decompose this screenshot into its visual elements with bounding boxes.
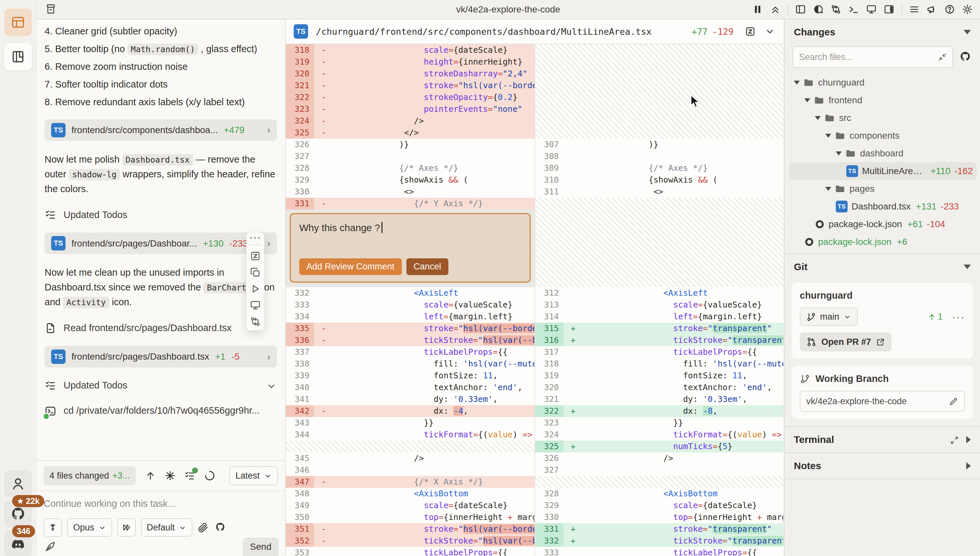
- code-line: top={innerHeight + margi: [335, 511, 534, 523]
- tree-item-pages[interactable]: pages: [789, 180, 977, 198]
- terminal-button[interactable]: [848, 4, 859, 15]
- toolbar-git-compare-button[interactable]: [250, 316, 261, 327]
- code-line: dy: '0.33em',: [584, 393, 783, 405]
- comment-input[interactable]: Why this change ?Add Review CommentCance…: [290, 213, 531, 283]
- diff-sign: [563, 174, 584, 186]
- expand-icon[interactable]: [950, 434, 959, 445]
- comment-text: Why this change ?: [299, 222, 380, 233]
- collapse-tree-icon[interactable]: [937, 52, 947, 62]
- latest-version-button[interactable]: Latest: [229, 466, 278, 485]
- chevrons-up-button[interactable]: [770, 4, 781, 15]
- more-menu[interactable]: ···: [952, 310, 965, 323]
- code-line: textAnchor: 'end',: [335, 381, 534, 393]
- file-change-chip[interactable]: TSfrontend/src/pages/Dashboar...+130-233…: [45, 233, 277, 254]
- status-dot: [192, 467, 198, 474]
- mode-select[interactable]: Default: [141, 518, 193, 537]
- file-change-chip[interactable]: TSfrontend/src/components/dashboa...+479…: [45, 119, 277, 141]
- terminal-section-header[interactable]: Terminal: [785, 427, 980, 453]
- tree-item-Dashboard.tsx[interactable]: TSDashboard.tsx+131-233: [789, 198, 977, 215]
- toolbar-monitor-button[interactable]: [250, 300, 261, 311]
- repo-name: churnguard: [800, 290, 965, 301]
- monitor-icon: [250, 300, 261, 311]
- file-search[interactable]: [793, 46, 953, 68]
- rail-workspace-view-button[interactable]: [4, 8, 32, 36]
- scroll-up-button[interactable]: [145, 470, 156, 481]
- diff-gap: [535, 68, 783, 80]
- toolbar-play-button[interactable]: [250, 283, 261, 294]
- diff-sign: [314, 358, 335, 370]
- tree-item-components[interactable]: components: [789, 127, 977, 145]
- line-number: 328: [286, 162, 314, 174]
- code-line: stroke="hsl(var(--border: [335, 523, 534, 535]
- tree-item-frontend[interactable]: frontend: [789, 92, 977, 109]
- cancel-comment-button[interactable]: Cancel: [407, 258, 448, 275]
- git-compare-button[interactable]: [831, 4, 841, 15]
- tree-item-src[interactable]: src: [789, 109, 977, 127]
- megaphone-button[interactable]: [927, 4, 937, 15]
- diff-pane-new[interactable]: 307 )}308309 {/* Axes */}310 {showAxis &…: [535, 44, 783, 556]
- toolbar-diff-sign-button[interactable]: [250, 251, 261, 262]
- tree-item-MultiLineArea.tsx[interactable]: TSMultiLineArea.tsx+110-162: [789, 162, 977, 180]
- diff-line: 310 {showAxis && (: [535, 174, 783, 186]
- tree-item-package-lock.json[interactable]: package-lock.json+6: [789, 233, 977, 251]
- tree-item-package-lock.json[interactable]: package-lock.json+61-104: [789, 215, 977, 233]
- quill-icon[interactable]: [44, 540, 57, 553]
- diff-chev-down-button[interactable]: [764, 26, 775, 37]
- code-line: )}: [335, 139, 534, 150]
- rail-account-button[interactable]: [4, 470, 32, 498]
- changes-section-header[interactable]: Changes: [785, 19, 980, 45]
- code-line: stroke="transparent": [584, 323, 783, 335]
- todos-button[interactable]: [184, 470, 195, 481]
- panel-left-button[interactable]: [795, 4, 806, 15]
- diff-pane-old[interactable]: 318- scale={dateScale}319- height={inner…: [286, 44, 535, 556]
- terminal-command-row[interactable]: cd /private/var/folders/10/h7w0q46556ggr…: [45, 403, 277, 418]
- notes-section-header[interactable]: Notes: [785, 453, 980, 478]
- file-change-chip[interactable]: TSfrontend/src/pages/Dashboard.tsx+1-5›: [45, 346, 277, 367]
- gear-button[interactable]: [962, 4, 973, 15]
- rail-github-button[interactable]: 22k: [4, 500, 32, 528]
- ahead-count[interactable]: 1: [927, 312, 943, 322]
- sparkle-button[interactable]: [165, 470, 176, 481]
- drag-handle[interactable]: •••: [249, 236, 261, 239]
- toolbar-copy-button[interactable]: [250, 267, 261, 278]
- working-branch-input[interactable]: vk/4e2a-explore-the-code: [800, 391, 965, 412]
- github-cat-icon[interactable]: [958, 50, 972, 64]
- pause-button[interactable]: [752, 4, 763, 15]
- add-review-comment-button[interactable]: Add Review Comment: [299, 258, 402, 275]
- edit-branch-icon[interactable]: [949, 396, 958, 407]
- code-line: <AxisBottom: [584, 488, 783, 499]
- files-changed-chip[interactable]: 4 files changed +3...: [44, 466, 136, 485]
- open-pr-button[interactable]: Open PR #7: [800, 333, 891, 351]
- code-line: />: [584, 453, 783, 464]
- updated-todos-row[interactable]: Updated Todos: [45, 207, 277, 222]
- git-section-header[interactable]: Git: [785, 254, 980, 280]
- updated-todos-row[interactable]: Updated Todos: [45, 378, 277, 393]
- diff-sign: [314, 299, 335, 311]
- panel-right-button[interactable]: [884, 4, 894, 15]
- bubble-half-button[interactable]: [813, 4, 823, 15]
- diff-diff-sign-button[interactable]: [745, 26, 756, 37]
- tree-item-churnguard[interactable]: churnguard: [789, 74, 977, 92]
- pencil-icon[interactable]: [949, 397, 958, 407]
- fast-forward-button[interactable]: [117, 518, 136, 537]
- search-input[interactable]: [798, 52, 934, 63]
- help-button[interactable]: [944, 4, 955, 15]
- folder-icon: [824, 112, 835, 124]
- message-input[interactable]: Continue working on this task...: [44, 498, 278, 509]
- monitor-button[interactable]: [866, 4, 877, 15]
- model-select[interactable]: Opus: [67, 518, 112, 537]
- tree-item-dashboard[interactable]: dashboard: [789, 145, 977, 162]
- panel-left-icon: [795, 4, 806, 15]
- github-cat-icon[interactable]: [214, 521, 226, 534]
- rail-discord-button[interactable]: 346: [4, 530, 32, 556]
- branch-select[interactable]: main: [800, 307, 858, 326]
- expand-icon[interactable]: [950, 436, 959, 445]
- rail-board-view-button[interactable]: [4, 43, 32, 71]
- line-number: 351: [286, 523, 314, 535]
- settings-sliders-button[interactable]: [44, 518, 62, 537]
- attach-button[interactable]: [198, 522, 209, 533]
- send-button[interactable]: Send: [243, 538, 279, 556]
- chev-down-icon[interactable]: [266, 381, 277, 392]
- read-file-row[interactable]: Read frontend/src/pages/Dashboard.tsx: [45, 321, 277, 335]
- menu-button[interactable]: [909, 4, 920, 15]
